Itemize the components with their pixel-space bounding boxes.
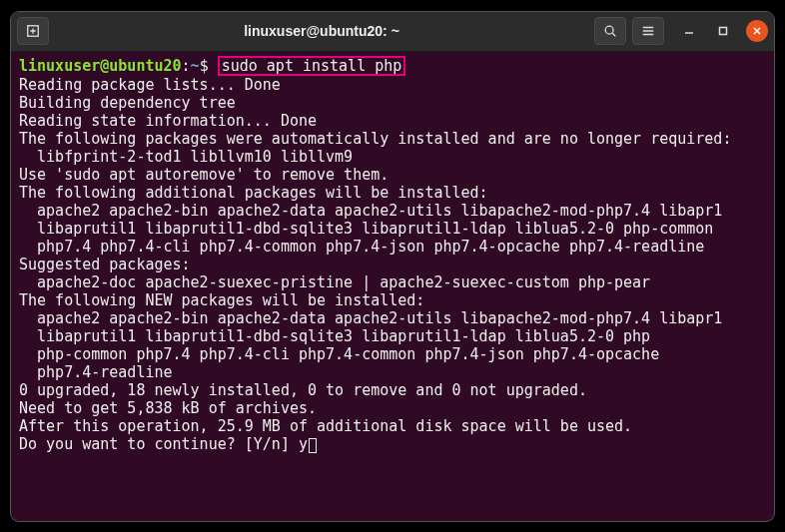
- output-line: The following packages were automaticall…: [19, 130, 766, 148]
- output-line: apache2 apache2-bin apache2-data apache2…: [19, 202, 766, 220]
- new-tab-button[interactable]: [17, 17, 49, 45]
- svg-point-3: [605, 26, 613, 34]
- terminal-window: linuxuser@ubuntu20: ~ linuxuser@ubuntu20…: [11, 12, 774, 521]
- window-title: linuxuser@ubuntu20: ~: [55, 23, 588, 39]
- output-line: Use 'sudo apt autoremove' to remove them…: [19, 166, 766, 184]
- output-line: apache2-doc apache2-suexec-pristine | ap…: [19, 273, 766, 291]
- output-line: Reading package lists... Done: [19, 76, 766, 94]
- terminal-body[interactable]: linuxuser@ubuntu20:~$ sudo apt install p…: [11, 52, 774, 521]
- command-highlight: sudo apt install php: [218, 56, 406, 76]
- hamburger-icon: [641, 24, 655, 38]
- svg-rect-9: [720, 28, 727, 35]
- confirm-answer: y: [299, 435, 308, 453]
- svg-line-4: [612, 33, 615, 36]
- output-line: Building dependency tree: [19, 94, 766, 112]
- window-controls: [678, 20, 768, 42]
- confirm-prompt: Do you want to continue? [Y/n]: [19, 435, 299, 453]
- close-icon: [752, 26, 762, 36]
- new-tab-icon: [26, 24, 40, 38]
- output-line: Suggested packages:: [19, 256, 766, 273]
- prompt-user-host: linuxuser@ubuntu20: [19, 57, 182, 75]
- output-line: Reading state information... Done: [19, 112, 766, 130]
- output-line: libaprutil1 libaprutil1-dbd-sqlite3 liba…: [19, 220, 766, 238]
- titlebar: linuxuser@ubuntu20: ~: [11, 12, 774, 52]
- output-line: php7.4 php7.4-cli php7.4-common php7.4-j…: [19, 238, 766, 256]
- output-line: apache2 apache2-bin apache2-data apache2…: [19, 309, 766, 327]
- output-line: Need to get 5,838 kB of archives.: [19, 399, 766, 417]
- output-line: The following additional packages will b…: [19, 184, 766, 202]
- minimize-button[interactable]: [678, 20, 700, 42]
- terminal-output: Reading package lists... DoneBuilding de…: [19, 76, 766, 435]
- output-line: 0 upgraded, 18 newly installed, 0 to rem…: [19, 381, 766, 399]
- output-line: After this operation, 25.9 MB of additio…: [19, 417, 766, 435]
- output-line: php7.4-readline: [19, 363, 766, 381]
- prompt-path: ~: [191, 57, 200, 75]
- output-line: The following NEW packages will be insta…: [19, 291, 766, 309]
- maximize-icon: [718, 26, 728, 36]
- prompt-line: linuxuser@ubuntu20:~$ sudo apt install p…: [19, 56, 766, 76]
- maximize-button[interactable]: [712, 20, 734, 42]
- output-line: php-common php7.4 php7.4-cli php7.4-comm…: [19, 345, 766, 363]
- cursor: [309, 438, 317, 453]
- search-icon: [603, 24, 617, 38]
- prompt-dollar: $: [200, 57, 209, 75]
- menu-button[interactable]: [632, 17, 664, 45]
- output-line: libaprutil1 libaprutil1-dbd-sqlite3 liba…: [19, 327, 766, 345]
- search-button[interactable]: [594, 17, 626, 45]
- confirm-line: Do you want to continue? [Y/n] y: [19, 435, 766, 453]
- minimize-icon: [684, 26, 694, 36]
- close-button[interactable]: [746, 20, 768, 42]
- output-line: libfprint-2-tod1 libllvm10 libllvm9: [19, 148, 766, 166]
